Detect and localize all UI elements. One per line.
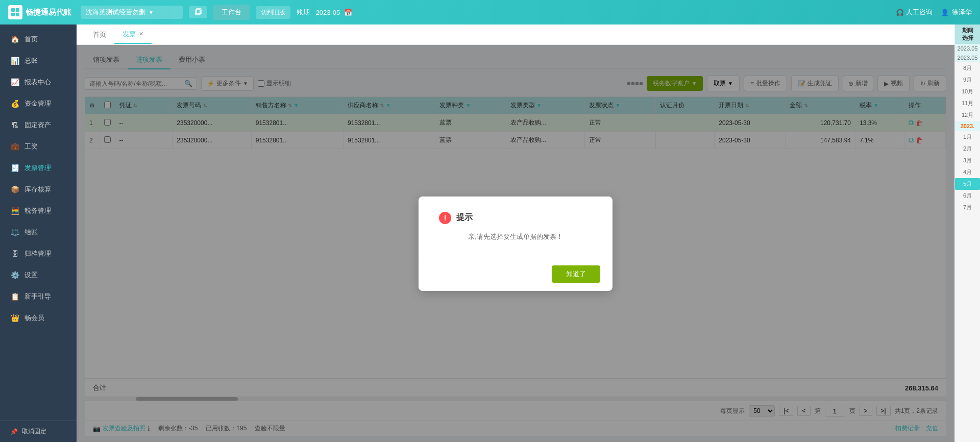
tax-icon: 🧮: [10, 206, 19, 215]
settlement-icon: ⚖️: [10, 228, 19, 237]
tab-home-label: 首页: [93, 30, 106, 39]
svg-rect-1: [16, 8, 19, 12]
sidebar-item-invoice[interactable]: 🧾 发票管理: [0, 157, 77, 179]
vip-icon: 👑: [10, 313, 19, 323]
dialog-header: ! 提示: [439, 212, 473, 224]
support-label[interactable]: 🎧 人工咨询: [896, 8, 933, 17]
sidebar-label-settlement: 结账: [24, 228, 38, 237]
sidebar-item-settlement[interactable]: ⚖️ 结账: [0, 222, 77, 243]
app-logo: 畅捷通易代账: [8, 5, 75, 19]
assets-icon: 🏗: [10, 120, 19, 130]
svg-rect-3: [16, 13, 19, 16]
sidebar-item-guide[interactable]: 📋 新手引导: [0, 286, 77, 307]
dialog-footer: 知道了: [419, 257, 612, 291]
settings-icon: ⚙️: [10, 271, 19, 280]
sidebar-label-ledger: 总账: [24, 56, 38, 65]
dialog-body: ! 提示 亲,请先选择要生成单据的发票！: [419, 197, 612, 257]
pin-icon: 📌: [10, 428, 18, 435]
unpin-button[interactable]: 📌 取消固定: [0, 421, 77, 442]
sidebar-item-archive[interactable]: 🗄 归档管理: [0, 243, 77, 264]
sidebar-label-vip: 畅会员: [24, 313, 44, 323]
period-year-2023-top: 2023.05: [955, 44, 980, 53]
period-month-9[interactable]: 9月: [955, 74, 980, 86]
sidebar-label-reports: 报表中心: [24, 78, 51, 87]
main-content: 首页 发票 ✕ 销项发票 进项发票 费用小票: [77, 24, 954, 442]
sidebar-item-funds[interactable]: 💰 资金管理: [0, 93, 77, 114]
sidebar-label-assets: 固定资产: [24, 120, 51, 130]
period-month-11[interactable]: 11月: [955, 97, 980, 109]
user-info[interactable]: 👤 徐泽华: [941, 8, 972, 17]
dialog: ! 提示 亲,请先选择要生成单据的发票！ 知道了: [419, 197, 612, 291]
sidebar-item-tax[interactable]: 🧮 税务管理: [0, 200, 77, 222]
period-month-5[interactable]: 5月: [955, 178, 980, 190]
dialog-title: 提示: [456, 212, 473, 223]
sidebar-item-settings[interactable]: ⚙️ 设置: [0, 264, 77, 286]
logo-icon: [8, 5, 22, 19]
sidebar-label-archive: 归档管理: [24, 249, 51, 258]
content-area: 销项发票 进项发票 费用小票 🔍 ⚡ 更多条件 ▼: [77, 45, 954, 442]
salary-icon: 💼: [10, 142, 19, 151]
company-selector[interactable]: 沈海英测试经营勿删 ▼: [81, 6, 183, 19]
top-bar-right: 🎧 人工咨询 👤 徐泽华: [896, 8, 972, 17]
svg-rect-2: [11, 13, 15, 16]
sidebar-item-reports[interactable]: 📈 报表中心: [0, 71, 77, 93]
sidebar-item-ledger[interactable]: 📊 总账: [0, 50, 77, 71]
calendar-icon[interactable]: 📅: [344, 9, 352, 16]
period-header: 期间 选择: [955, 24, 980, 44]
sidebar-item-vip[interactable]: 👑 畅会员: [0, 307, 77, 329]
sidebar-item-assets[interactable]: 🏗 固定资产: [0, 114, 77, 136]
tab-bar: 首页 发票 ✕: [77, 24, 954, 45]
dialog-warning-icon: !: [439, 212, 451, 224]
sidebar-label-inventory: 库存核算: [24, 185, 51, 194]
period-year-2023-current: 2023.: [955, 121, 980, 131]
tab-invoice[interactable]: 发票 ✕: [114, 26, 152, 44]
period-month-1[interactable]: 1月: [955, 131, 980, 143]
sidebar-label-invoice: 发票管理: [24, 163, 51, 173]
sidebar-item-home[interactable]: 🏠 首页: [0, 29, 77, 50]
tab-close-icon[interactable]: ✕: [139, 31, 143, 37]
period-display: 账期 2023-05 📅: [297, 8, 352, 17]
switch-version-button[interactable]: 切到旧版: [256, 6, 290, 19]
period-month-7[interactable]: 7月: [955, 202, 980, 213]
sidebar-label-settings: 设置: [24, 271, 38, 280]
funds-icon: 💰: [10, 99, 19, 108]
user-avatar-icon: 👤: [941, 9, 949, 16]
app-name: 畅捷通易代账: [26, 8, 71, 17]
period-month-4[interactable]: 4月: [955, 166, 980, 178]
top-bar: 畅捷通易代账 沈海英测试经营勿删 ▼ 工作台 切到旧版 账期 2023-05 📅…: [0, 0, 980, 24]
svg-rect-0: [11, 8, 15, 12]
main-layout: 🏠 首页 📊 总账 📈 报表中心 💰 资金管理 🏗 固定资产 💼 工资 🧾 发票…: [0, 24, 980, 442]
period-panel: 期间 选择 2023.05 2023.05 8月 9月 10月 11月 12月 …: [954, 24, 980, 442]
period-month-8[interactable]: 8月: [955, 62, 980, 74]
sidebar-label-salary: 工资: [24, 142, 38, 151]
sidebar-item-inventory[interactable]: 📦 库存核算: [0, 179, 77, 200]
dialog-message: 亲,请先选择要生成单据的发票！: [463, 232, 568, 241]
period-year-2023-top2: 2023.05: [955, 53, 980, 62]
period-month-2[interactable]: 2月: [955, 143, 980, 155]
headset-icon: 🎧: [896, 9, 904, 16]
unpin-label: 取消固定: [22, 427, 46, 436]
home-icon: 🏠: [10, 35, 19, 44]
tab-home[interactable]: 首页: [85, 26, 114, 43]
dialog-ok-button[interactable]: 知道了: [552, 265, 600, 283]
dialog-overlay: ! 提示 亲,请先选择要生成单据的发票！ 知道了: [77, 45, 954, 442]
sidebar-label-guide: 新手引导: [24, 292, 51, 301]
company-name: 沈海英测试经营勿删: [86, 8, 145, 17]
invoice-icon: 🧾: [10, 163, 19, 173]
copy-button[interactable]: [189, 6, 207, 18]
tab-invoice-label: 发票: [122, 30, 136, 39]
ledger-icon: 📊: [10, 56, 19, 65]
sidebar-label-funds: 资金管理: [24, 99, 51, 108]
inventory-icon: 📦: [10, 185, 19, 194]
chevron-down-icon: ▼: [149, 10, 154, 15]
period-month-3[interactable]: 3月: [955, 155, 980, 166]
period-month-12[interactable]: 12月: [955, 109, 980, 121]
sidebar-label-home: 首页: [24, 35, 38, 44]
archive-icon: 🗄: [10, 249, 19, 258]
period-month-10[interactable]: 10月: [955, 86, 980, 97]
sidebar: 🏠 首页 📊 总账 📈 报表中心 💰 资金管理 🏗 固定资产 💼 工资 🧾 发票…: [0, 24, 77, 442]
workspace-button[interactable]: 工作台: [213, 5, 250, 20]
guide-icon: 📋: [10, 292, 19, 301]
sidebar-item-salary[interactable]: 💼 工资: [0, 136, 77, 157]
period-month-6[interactable]: 6月: [955, 190, 980, 202]
